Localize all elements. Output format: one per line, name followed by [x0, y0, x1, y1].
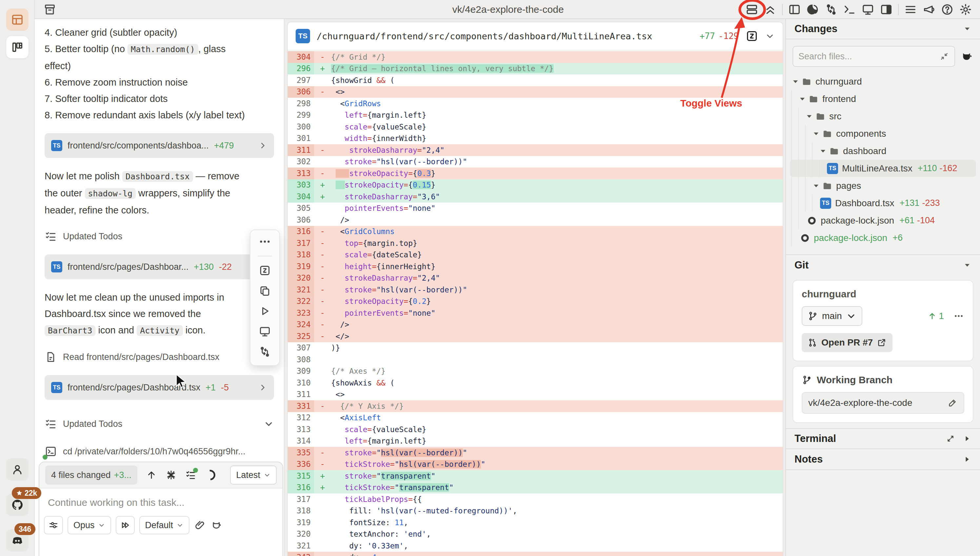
cat-icon[interactable] [210, 519, 222, 531]
diff-line[interactable]: 297{showGrid && ( [288, 74, 783, 86]
caret-down-icon[interactable] [805, 112, 814, 121]
diff-line[interactable]: 317 tickLabelProps={{ [288, 493, 783, 505]
diff-line[interactable]: 316+ tickStroke="transparent" [288, 482, 783, 494]
git-compare-icon[interactable] [825, 3, 838, 16]
diff-view-icon[interactable] [258, 264, 271, 277]
changes-section-header[interactable]: Changes [786, 19, 980, 39]
expand-icon[interactable] [946, 434, 955, 443]
message-input[interactable]: Continue working on this task... [39, 488, 283, 508]
diff-line[interactable]: 321- stroke="hsl(var(--border))" [288, 284, 783, 296]
fast-forward-button[interactable] [116, 516, 135, 534]
git-compare-icon[interactable] [258, 346, 271, 358]
tree-item-package-lock.json[interactable]: package-lock.json+6 [791, 229, 975, 247]
settings-gear-icon[interactable] [959, 3, 972, 16]
diff-line[interactable]: 331- {/* Y Axis */} [288, 400, 783, 412]
todos-icon[interactable] [185, 469, 196, 481]
play-icon[interactable] [258, 305, 271, 317]
file-change-chip[interactable]: TSfrontend/src/pages/Dashboar...+130-22 [45, 254, 274, 279]
diff-line[interactable]: 304-{/* Grid */} [288, 51, 783, 63]
diff-line[interactable]: 301 width={innerWidth} [288, 133, 783, 145]
tree-item-MultiLineArea.tsx[interactable]: TSMultiLineArea.tsx+110-162 [791, 160, 975, 177]
diff-line[interactable]: 300 scale={valueScale} [288, 121, 783, 133]
tree-item-pages[interactable]: pages [791, 177, 975, 194]
tree-item-frontend[interactable]: frontend [791, 90, 975, 108]
tree-item-Dashboard.tsx[interactable]: TSDashboard.tsx+131-233 [791, 194, 975, 212]
caret-down-icon[interactable] [819, 147, 827, 155]
diff-line[interactable]: 307)} [288, 342, 783, 354]
diff-line[interactable]: 310{showAxis && ( [288, 377, 783, 389]
panel-right-icon[interactable] [880, 3, 893, 16]
diff-line[interactable]: 322- strokeOpacity={0.2} [288, 296, 783, 307]
mode-dropdown[interactable]: Default [139, 516, 190, 534]
more-options-icon[interactable] [953, 310, 964, 322]
tool-call-row[interactable]: cd /private/var/folders/10/h7w0q46556ggr… [45, 443, 274, 460]
tree-item-components[interactable]: components [791, 125, 975, 142]
version-dropdown[interactable]: Latest [230, 465, 277, 485]
tree-item-package-lock.json[interactable]: package-lock.json+61-104 [791, 212, 975, 229]
diff-line[interactable]: 325- </> [288, 330, 783, 342]
diff-line[interactable]: 317- top={margin.top} [288, 238, 783, 249]
diff-line[interactable]: 321 dy: '0.33em', [288, 540, 783, 552]
caret-down-icon[interactable] [791, 78, 800, 86]
diff-line[interactable]: 314 left={margin.left} [288, 435, 783, 447]
attachment-icon[interactable] [194, 519, 206, 531]
diff-line[interactable]: 305 pointerEvents="none" [288, 203, 783, 214]
notes-section-header[interactable]: Notes [786, 449, 980, 470]
diff-line[interactable]: 296+{/* Grid — horizontal lines only, ve… [288, 63, 783, 75]
diff-line[interactable]: 306 /> [288, 214, 783, 226]
tool-call-row[interactable]: Read frontend/src/pages/Dashboard.tsx [45, 349, 274, 365]
diff-line[interactable]: 303+ strokeOpacity={0.15} [288, 179, 783, 191]
tool-call-row[interactable]: Updated Todos [45, 416, 274, 432]
diff-line[interactable]: 308 [288, 354, 783, 365]
pencil-icon[interactable] [947, 398, 958, 408]
diff-line[interactable]: 320- strokeDasharray="2,4" [288, 272, 783, 284]
diff-line[interactable]: 306- <> [288, 86, 783, 98]
rail-item-board[interactable] [6, 36, 29, 58]
commits-ahead[interactable]: 1 [928, 311, 944, 321]
diff-line[interactable]: 302 stroke="hsl(var(--border))" [288, 156, 783, 168]
diff-line[interactable]: 313 scale={valueScale} [288, 423, 783, 435]
diff-line[interactable]: 299 left={margin.left} [288, 110, 783, 121]
more-options-icon[interactable] [258, 235, 271, 248]
branch-dropdown[interactable]: main [802, 306, 862, 326]
diff-view-icon[interactable] [745, 29, 759, 43]
git-section-header[interactable]: Git [786, 255, 980, 275]
settings-sliders-button[interactable] [44, 516, 63, 534]
diff-line[interactable]: 318 fill: 'hsl(var(--muted-foreground))'… [288, 505, 783, 517]
tree-item-churnguard[interactable]: churnguard [791, 73, 975, 90]
rail-item-chat[interactable] [6, 8, 29, 31]
files-changed-chip[interactable]: 4 files changed +3... [45, 465, 137, 485]
diff-line[interactable]: 318- scale={dateScale} [288, 249, 783, 261]
search-files-input[interactable]: Search files... [793, 46, 955, 67]
help-icon[interactable] [941, 3, 954, 16]
diff-line[interactable]: 311 <> [288, 389, 783, 401]
tree-item-src[interactable]: src [791, 108, 975, 125]
diff-line[interactable]: 320 textAnchor: 'end', [288, 529, 783, 540]
file-change-chip[interactable]: TSfrontend/src/components/dashboa...+479 [45, 133, 274, 158]
diff-line[interactable]: 324- /> [288, 319, 783, 331]
collapse-all-icon[interactable] [764, 3, 777, 16]
caret-down-icon[interactable] [798, 95, 807, 103]
diff-line[interactable]: 312 <AxisLeft [288, 412, 783, 424]
diff-line[interactable]: 342- dx: -4, [288, 552, 783, 556]
chevron-down-icon[interactable] [263, 419, 274, 429]
diff-line[interactable]: 336- tickStroke="hsl(var(--border))" [288, 459, 783, 470]
monitor-icon[interactable] [861, 3, 875, 16]
diff-line[interactable]: 335- stroke="hsl(var(--border))" [288, 447, 783, 459]
upload-arrow-icon[interactable] [146, 469, 157, 481]
terminal-icon[interactable] [843, 3, 856, 16]
diff-line[interactable]: 323- pointerEvents="none" [288, 307, 783, 319]
cat-icon[interactable] [960, 50, 974, 63]
megaphone-icon[interactable] [922, 3, 935, 16]
menu-icon[interactable] [904, 3, 917, 16]
collapse-tree-icon[interactable] [940, 52, 949, 61]
panel-left-icon[interactable] [788, 3, 801, 16]
diff-line[interactable]: 304+ strokeDasharray="3,6" [288, 191, 783, 203]
open-pr-button[interactable]: Open PR #7 [802, 333, 893, 352]
caret-down-icon[interactable] [812, 182, 820, 190]
tool-call-row[interactable]: Updated Todos [45, 228, 274, 244]
copy-icon[interactable] [258, 284, 271, 297]
terminal-section-header[interactable]: Terminal [786, 428, 980, 449]
working-branch-input[interactable]: vk/4e2a-explore-the-code [802, 392, 964, 414]
diff-line[interactable]: 315+ stroke="transparent" [288, 470, 783, 482]
